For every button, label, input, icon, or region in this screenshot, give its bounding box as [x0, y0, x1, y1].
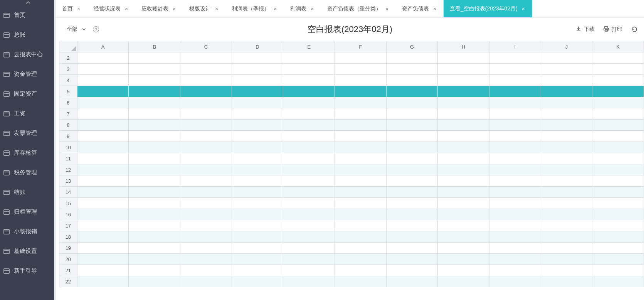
cell[interactable]: [232, 97, 283, 108]
cell[interactable]: [386, 64, 438, 75]
cell[interactable]: [77, 265, 129, 276]
cell[interactable]: [232, 198, 283, 209]
cell[interactable]: [592, 120, 644, 131]
cell[interactable]: [180, 187, 232, 198]
cell[interactable]: [592, 265, 644, 276]
cell[interactable]: [386, 187, 438, 198]
cell[interactable]: [232, 86, 283, 97]
cell[interactable]: [283, 64, 335, 75]
cell[interactable]: [438, 175, 489, 187]
row-header[interactable]: 9: [59, 131, 77, 142]
cell[interactable]: [129, 231, 180, 243]
tab[interactable]: 查看_空白报表(2023年02月)×: [444, 0, 532, 17]
cell[interactable]: [541, 97, 592, 108]
tab[interactable]: 经营状况表×: [87, 0, 135, 17]
cell[interactable]: [180, 75, 232, 86]
print-button[interactable]: 打印: [603, 26, 622, 33]
tab[interactable]: 模版设计×: [183, 0, 225, 17]
cell[interactable]: [77, 75, 129, 86]
cell[interactable]: [438, 220, 489, 231]
cell[interactable]: [592, 142, 644, 153]
cell[interactable]: [386, 276, 438, 287]
cell[interactable]: [592, 243, 644, 254]
cell[interactable]: [335, 153, 387, 164]
spreadsheet[interactable]: ABCDEFGHIJK23456789101112131415161718192…: [56, 41, 644, 300]
close-icon[interactable]: ×: [172, 6, 177, 12]
cell[interactable]: [541, 175, 592, 187]
sidebar-item-home[interactable]: 首页: [0, 5, 56, 25]
cell[interactable]: [283, 231, 335, 243]
close-icon[interactable]: ×: [309, 6, 315, 12]
cell[interactable]: [592, 220, 644, 231]
close-icon[interactable]: ×: [384, 6, 390, 12]
cell[interactable]: [489, 131, 541, 142]
column-header[interactable]: J: [541, 41, 592, 52]
row-header[interactable]: 13: [59, 175, 77, 187]
cell[interactable]: [129, 153, 180, 164]
cell[interactable]: [489, 209, 541, 220]
cell[interactable]: [386, 220, 438, 231]
cell[interactable]: [541, 142, 592, 153]
cell[interactable]: [489, 231, 541, 243]
cell[interactable]: [77, 108, 129, 120]
sidebar-item-inventory[interactable]: 库存核算: [0, 143, 56, 163]
cell[interactable]: [335, 86, 387, 97]
cell[interactable]: [129, 64, 180, 75]
cell[interactable]: [335, 64, 387, 75]
tab[interactable]: 资产负债表×: [396, 0, 444, 17]
help-icon[interactable]: ?: [93, 26, 99, 32]
close-icon[interactable]: ×: [521, 6, 526, 12]
column-header[interactable]: E: [283, 41, 335, 52]
row-header[interactable]: 4: [59, 75, 77, 86]
cell[interactable]: [283, 220, 335, 231]
cell[interactable]: [386, 52, 438, 64]
column-header[interactable]: K: [592, 41, 644, 52]
cell[interactable]: [77, 198, 129, 209]
cell[interactable]: [129, 276, 180, 287]
cell[interactable]: [489, 265, 541, 276]
tab[interactable]: 资产负债表（重分类）×: [321, 0, 396, 17]
cell[interactable]: [335, 265, 387, 276]
cell[interactable]: [232, 131, 283, 142]
cell[interactable]: [592, 131, 644, 142]
cell[interactable]: [541, 120, 592, 131]
cell[interactable]: [335, 231, 387, 243]
cell[interactable]: [232, 153, 283, 164]
cell[interactable]: [129, 108, 180, 120]
cell[interactable]: [283, 276, 335, 287]
cell[interactable]: [592, 108, 644, 120]
cell[interactable]: [541, 86, 592, 97]
cell[interactable]: [386, 120, 438, 131]
row-header[interactable]: 16: [59, 209, 77, 220]
cell[interactable]: [180, 64, 232, 75]
cell[interactable]: [489, 276, 541, 287]
cell[interactable]: [489, 198, 541, 209]
cell[interactable]: [232, 254, 283, 265]
cell[interactable]: [438, 243, 489, 254]
row-header[interactable]: 21: [59, 265, 77, 276]
cell[interactable]: [129, 86, 180, 97]
sidebar-item-fund[interactable]: 资金管理: [0, 64, 56, 84]
cell[interactable]: [489, 254, 541, 265]
tab[interactable]: 应收账龄表×: [135, 0, 183, 17]
tab[interactable]: 利润表（季报）×: [225, 0, 284, 17]
cell[interactable]: [541, 276, 592, 287]
cell[interactable]: [335, 187, 387, 198]
cell[interactable]: [232, 265, 283, 276]
tab[interactable]: 利润表×: [284, 0, 321, 17]
cell[interactable]: [335, 131, 387, 142]
column-header[interactable]: A: [77, 41, 129, 52]
cell[interactable]: [180, 131, 232, 142]
cell[interactable]: [335, 254, 387, 265]
cell[interactable]: [438, 209, 489, 220]
row-header[interactable]: 17: [59, 220, 77, 231]
cell[interactable]: [77, 97, 129, 108]
cell[interactable]: [335, 220, 387, 231]
cell[interactable]: [232, 64, 283, 75]
cell[interactable]: [592, 86, 644, 97]
cell[interactable]: [283, 108, 335, 120]
cell[interactable]: [592, 97, 644, 108]
cell[interactable]: [592, 52, 644, 64]
sidebar-item-guide[interactable]: 新手引导: [0, 261, 56, 281]
cell[interactable]: [386, 164, 438, 175]
